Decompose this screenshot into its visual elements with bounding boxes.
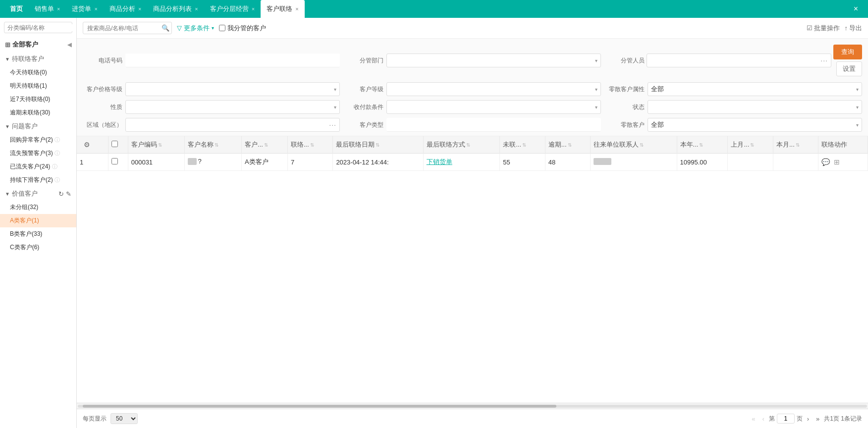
nav-customer-segment[interactable]: 客户分层经营 × bbox=[204, 0, 261, 18]
sort-code-icon: ⇅ bbox=[158, 142, 162, 148]
last-page-button[interactable]: » bbox=[814, 414, 822, 424]
sidebar-item-overdue-contact[interactable]: 逾期未联络(30) bbox=[0, 106, 76, 119]
nav-sales[interactable]: 销售单 × bbox=[29, 0, 66, 18]
th-name[interactable]: 客户名称 ⇅ bbox=[185, 136, 242, 154]
close-analysis-list-icon[interactable]: × bbox=[195, 6, 198, 12]
close-sales-icon[interactable]: × bbox=[57, 6, 60, 12]
payment-select[interactable]: ▾ bbox=[386, 100, 601, 114]
th-contact-person[interactable]: 往来单位联系人 ⇅ bbox=[591, 136, 677, 154]
cell-uncontacted: 55 bbox=[500, 154, 545, 171]
batch-ops-button[interactable]: ☑ 批量操作 bbox=[807, 24, 840, 33]
status-select[interactable]: ▾ bbox=[648, 100, 862, 114]
sidebar-item-repurchase-abnormal[interactable]: 回购异常客户(2) ⓘ bbox=[0, 133, 76, 147]
th-last-method[interactable]: 最后联络方式 ⇅ bbox=[423, 136, 499, 154]
horizontal-scrollbar[interactable] bbox=[77, 403, 868, 409]
grid-action-icon[interactable]: ⊞ bbox=[834, 158, 840, 166]
sidebar-item-tomorrow-contact[interactable]: 明天待联络(1) bbox=[0, 79, 76, 93]
sort-year-icon: ⇅ bbox=[699, 142, 703, 148]
th-overdue[interactable]: 逾期... ⇅ bbox=[545, 136, 591, 154]
sidebar-item-7day-contact[interactable]: 近7天待联络(0) bbox=[0, 93, 76, 106]
edit-icon[interactable]: ✎ bbox=[66, 190, 71, 198]
cell-type: A类客户 bbox=[242, 154, 288, 171]
first-page-button[interactable]: « bbox=[749, 414, 758, 424]
settings-button[interactable]: 设置 bbox=[836, 61, 862, 76]
phone-input[interactable] bbox=[125, 54, 340, 67]
table-footer: 每页显示 50 100 200 « ‹ 第 页 › » 共1页 1条记录 bbox=[77, 409, 868, 428]
sidebar-item-declining[interactable]: 持续下滑客户(2) ⓘ bbox=[0, 173, 76, 187]
page-size-select[interactable]: 50 100 200 bbox=[110, 413, 138, 424]
sidebar-item-ungrouped[interactable]: 未分组(32) bbox=[0, 201, 76, 214]
sort-name-icon: ⇅ bbox=[215, 142, 218, 148]
row-checkbox[interactable] bbox=[111, 158, 118, 164]
filter-row-status: 状态 ▾ bbox=[605, 100, 862, 114]
comment-action-icon[interactable]: 💬 bbox=[821, 158, 830, 166]
customer-table: ⚙ 客户编码 ⇅ 客户名称 bbox=[77, 136, 868, 171]
filter-search-icon: 🔍 bbox=[162, 24, 169, 32]
next-page-button[interactable]: › bbox=[805, 414, 812, 424]
export-button[interactable]: ↑ 导出 bbox=[845, 24, 863, 33]
person-select[interactable]: ··· bbox=[647, 54, 831, 67]
th-code[interactable]: 客户编码 ⇅ bbox=[128, 136, 185, 154]
th-contact[interactable]: 联络... ⇅ bbox=[287, 136, 333, 154]
price-level-select[interactable]: ▾ bbox=[125, 82, 340, 96]
window-close-button[interactable]: × bbox=[848, 4, 864, 13]
sidebar-item-churn-warning[interactable]: 流失预警客户(3) ⓘ bbox=[0, 147, 76, 160]
retail-customer-select[interactable]: 全部 ▾ bbox=[648, 118, 862, 132]
close-analysis-icon[interactable]: × bbox=[138, 6, 141, 12]
my-customers-checkbox[interactable]: 我分管的客户 bbox=[219, 24, 266, 33]
close-customer-segment-icon[interactable]: × bbox=[252, 6, 255, 12]
query-button[interactable]: 查询 bbox=[833, 45, 862, 59]
nav-analysis-list[interactable]: 商品分析列表 × bbox=[147, 0, 204, 18]
section-problem-customers[interactable]: ▼ 问题客户 bbox=[0, 119, 76, 133]
region-select[interactable]: ··· bbox=[125, 118, 340, 132]
scrollbar-thumb[interactable] bbox=[83, 405, 556, 408]
my-customers-check[interactable] bbox=[219, 25, 225, 31]
customer-type-input[interactable] bbox=[386, 118, 601, 132]
select-all-checkbox[interactable] bbox=[111, 141, 118, 147]
customer-level-select[interactable]: ▾ bbox=[386, 82, 601, 96]
refresh-icon[interactable]: ↻ bbox=[58, 190, 64, 198]
nature-select[interactable]: ▾ bbox=[125, 100, 340, 114]
th-this-month[interactable]: 本月... ⇅ bbox=[773, 136, 818, 154]
nav-home[interactable]: 首页 bbox=[4, 0, 29, 18]
dept-select[interactable]: ▾ bbox=[386, 54, 601, 67]
last-method-link[interactable]: 下销货单 bbox=[427, 158, 452, 165]
sidebar-item-c-customers[interactable]: C类客户(6) bbox=[0, 241, 76, 254]
close-purchase-icon[interactable]: × bbox=[94, 6, 97, 12]
cell-last-date: 2023-04-12 14:44: bbox=[333, 154, 423, 171]
table-settings-icon[interactable]: ⚙ bbox=[80, 138, 94, 152]
top-nav: 首页 销售单 × 进货单 × 商品分析 × 商品分析列表 × 客户分层经营 × … bbox=[0, 0, 868, 18]
section-pending-contact[interactable]: ▼ 待联络客户 bbox=[0, 52, 76, 66]
sidebar-item-a-customers[interactable]: A类客户(1) bbox=[0, 214, 76, 227]
more-filters-button[interactable]: ▽ 更多条件 ▾ bbox=[177, 24, 214, 33]
page-number-input[interactable] bbox=[777, 414, 795, 424]
nav-purchase[interactable]: 进货单 × bbox=[66, 0, 103, 18]
retail-attr-select[interactable]: 全部 ▾ bbox=[648, 82, 862, 96]
th-uncontacted[interactable]: 未联... ⇅ bbox=[500, 136, 545, 154]
th-last-month[interactable]: 上月... ⇅ bbox=[728, 136, 773, 154]
sidebar: 🔍 ⊞ 全部客户 ◀ ▼ 待联络客户 今天待联络(0) 明天待联络(1) 近7天… bbox=[0, 18, 77, 428]
filter-search-input[interactable] bbox=[87, 25, 162, 32]
filter-row-nature: 性质 ▾ bbox=[83, 100, 340, 114]
section-value-customers: ▼ 价值客户 ↻ ✎ bbox=[0, 187, 76, 201]
table-container: ⚙ 客户编码 ⇅ 客户名称 bbox=[77, 136, 868, 403]
th-settings[interactable]: ⚙ bbox=[77, 136, 108, 154]
sidebar-item-today-contact[interactable]: 今天待联络(0) bbox=[0, 66, 76, 79]
filter-row-region: 区域（地区） ··· bbox=[83, 118, 340, 132]
sidebar-item-b-customers[interactable]: B类客户(33) bbox=[0, 227, 76, 241]
arrow-down-icon2: ▼ bbox=[5, 124, 10, 129]
sidebar-all-customers[interactable]: ⊞ 全部客户 ◀ bbox=[0, 37, 76, 52]
th-last-date[interactable]: 最后联络日期 ⇅ bbox=[333, 136, 423, 154]
th-type[interactable]: 客户... ⇅ bbox=[242, 136, 288, 154]
chevron-dept-icon: ▾ bbox=[595, 58, 597, 63]
sidebar-search-input[interactable] bbox=[7, 24, 77, 31]
cell-action: 💬 ⊞ bbox=[818, 154, 868, 171]
close-customer-contact-icon[interactable]: × bbox=[295, 6, 298, 12]
arrow-down-icon3: ▼ bbox=[5, 191, 10, 197]
sidebar-item-churned[interactable]: 已流失客户(24) ⓘ bbox=[0, 160, 76, 173]
prev-page-button[interactable]: ‹ bbox=[760, 414, 766, 424]
nav-customer-contact[interactable]: 客户联络 × bbox=[261, 0, 304, 18]
nav-analysis[interactable]: 商品分析 × bbox=[104, 0, 147, 18]
th-year[interactable]: 本年... ⇅ bbox=[677, 136, 728, 154]
page-total: 共1页 1条记录 bbox=[824, 415, 862, 423]
